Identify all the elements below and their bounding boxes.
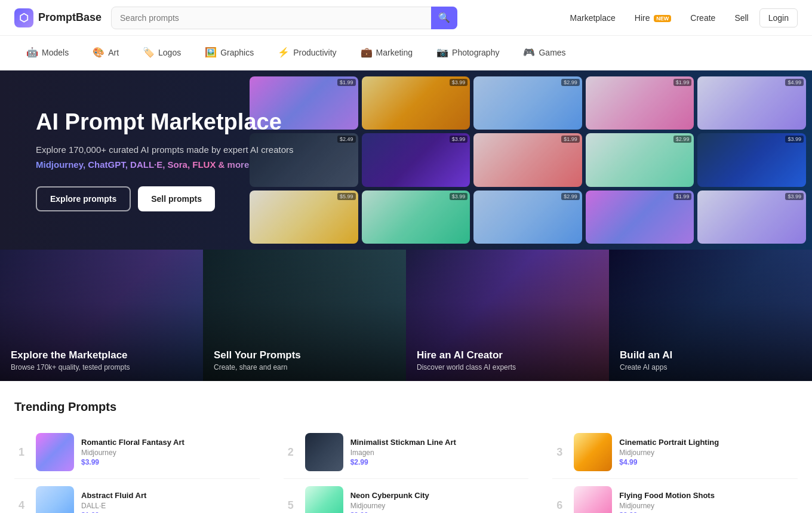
trending-item[interactable]: 2 Minimalist Stickman Line Art Imagen $2… (284, 426, 529, 479)
hero-subtitle: Explore 170,000+ curated AI prompts made… (36, 145, 294, 155)
feature-card-content-explore: Explore the Marketplace Browse 170k+ qua… (0, 340, 203, 381)
trend-thumb (305, 433, 343, 471)
hero-content: AI Prompt Marketplace Explore 170,000+ c… (0, 73, 330, 247)
feature-card-sub-explore: Browse 170k+ quality, tested prompts (11, 363, 192, 371)
trending-item[interactable]: 4 Abstract Fluid Art DALL·E $1.99 (14, 479, 260, 513)
hero-card: $1.99 (586, 76, 694, 130)
cat-art[interactable]: 🎨 Art (81, 36, 131, 70)
hero-title: AI Prompt Marketplace (36, 109, 294, 136)
feature-card-sub-hire: Discover world class AI experts (417, 363, 598, 371)
feature-card-sub-sell: Create, share and earn (214, 363, 395, 371)
hire-badge: new (654, 15, 671, 22)
trend-rank: 4 (14, 499, 29, 512)
feature-card-explore[interactable]: Explore the Marketplace Browse 170k+ qua… (0, 250, 203, 381)
cat-models[interactable]: 🤖 Models (14, 36, 81, 70)
trend-tool: Midjourney (350, 502, 529, 510)
graphics-icon: 🖼️ (205, 47, 217, 58)
trending-title: Trending Prompts (14, 400, 798, 414)
trend-info: Romantic Floral Fantasy Art Midjourney $… (81, 438, 260, 466)
art-icon: 🎨 (93, 47, 104, 58)
logo[interactable]: ⬡ PromptBase (14, 8, 102, 27)
hero-card: $3.99 (697, 133, 806, 186)
trend-thumb (574, 486, 612, 513)
nav-create[interactable]: Create (682, 8, 724, 27)
trend-info: Minimalist Stickman Line Art Imagen $2.9… (350, 438, 529, 466)
trending-item[interactable]: 3 Cinematic Portrait Lighting Midjourney… (552, 426, 798, 479)
feature-card-title-build: Build an AI (620, 349, 801, 361)
feature-card-sell[interactable]: Sell Your Prompts Create, share and earn (203, 250, 406, 381)
trend-price: $2.99 (350, 458, 529, 466)
trending-section: Trending Prompts 1 Romantic Floral Fanta… (0, 381, 812, 513)
photography-icon: 📷 (436, 47, 448, 58)
feature-card-title-sell: Sell Your Prompts (214, 349, 395, 361)
trend-info: Neon Cyberpunk City Midjourney $3.99 (350, 491, 529, 513)
cat-logos[interactable]: 🏷️ Logos (131, 36, 193, 70)
productivity-icon: ⚡ (278, 47, 290, 58)
hero-section: $1.99 $3.99 $2.99 $1.99 $4.99 $2.49 $3.9… (0, 70, 812, 250)
trend-tool: Midjourney (619, 449, 798, 457)
cat-graphics[interactable]: 🖼️ Graphics (193, 36, 266, 70)
trend-info: Abstract Fluid Art DALL·E $1.99 (81, 491, 260, 513)
trend-tool: DALL·E (81, 502, 260, 510)
trend-price: $4.99 (619, 458, 798, 466)
trend-thumb (36, 486, 74, 513)
trend-info: Flying Food Motion Shots Midjourney $2.9… (619, 491, 798, 513)
hero-card: $3.99 (362, 76, 470, 130)
trending-grid: 1 Romantic Floral Fantasy Art Midjourney… (14, 426, 798, 513)
trend-tool: Midjourney (619, 502, 798, 510)
cat-label-photography: Photography (452, 48, 499, 57)
cat-productivity[interactable]: ⚡ Productivity (266, 36, 348, 70)
hero-card: $2.99 (586, 133, 694, 186)
brand-name: PromptBase (38, 11, 102, 24)
cat-games[interactable]: 🎮 Games (511, 36, 577, 70)
search-input[interactable] (111, 7, 457, 29)
feature-card-hire[interactable]: Hire an AI Creator Discover world class … (406, 250, 609, 381)
trending-item[interactable]: 6 Flying Food Motion Shots Midjourney $2… (552, 479, 798, 513)
search-wrap: 🔍 (111, 7, 457, 29)
trend-title: Neon Cyberpunk City (350, 491, 529, 500)
trend-rank: 3 (552, 446, 567, 459)
cat-label-logos: Logos (158, 48, 181, 57)
nav-marketplace[interactable]: Marketplace (562, 8, 624, 27)
nav-login[interactable]: Login (759, 8, 798, 27)
models-icon: 🤖 (26, 47, 38, 58)
marketing-icon: 💼 (361, 47, 373, 58)
trend-title: Cinematic Portrait Lighting (619, 438, 798, 447)
cat-label-models: Models (42, 48, 69, 57)
sell-prompts-button[interactable]: Sell prompts (138, 186, 215, 211)
navbar: ⬡ PromptBase 🔍 Marketplace Hire new Crea… (0, 0, 812, 36)
trend-info: Cinematic Portrait Lighting Midjourney $… (619, 438, 798, 466)
cat-label-productivity: Productivity (293, 48, 336, 57)
trending-item[interactable]: 5 Neon Cyberpunk City Midjourney $3.99 (284, 479, 529, 513)
explore-prompts-button[interactable]: Explore prompts (36, 186, 131, 211)
categories-nav: 🤖 Models🎨 Art🏷️ Logos🖼️ Graphics⚡ Produc… (0, 36, 812, 70)
hero-card: $3.99 (362, 191, 470, 244)
cat-label-games: Games (539, 48, 565, 57)
trend-price: $3.99 (81, 458, 260, 466)
trend-rank: 6 (552, 499, 567, 512)
hero-card: $3.99 (697, 191, 806, 244)
hero-card: $1.99 (586, 191, 694, 244)
cat-photography[interactable]: 📷 Photography (425, 36, 511, 70)
trending-item[interactable]: 1 Romantic Floral Fantasy Art Midjourney… (14, 426, 260, 479)
feature-card-content-sell: Sell Your Prompts Create, share and earn (203, 340, 406, 381)
hero-card: $2.99 (473, 191, 582, 244)
trend-rank: 5 (284, 499, 298, 512)
feature-card-title-hire: Hire an AI Creator (417, 349, 598, 361)
nav-hire[interactable]: Hire new (626, 8, 680, 27)
trend-tool: Midjourney (81, 449, 260, 457)
trend-rank: 2 (284, 446, 298, 459)
cat-label-marketing: Marketing (376, 48, 413, 57)
cat-label-art: Art (108, 48, 119, 57)
hero-card: $4.99 (697, 76, 806, 130)
search-button[interactable]: 🔍 (431, 7, 457, 29)
trend-tool: Imagen (350, 449, 529, 457)
nav-sell[interactable]: Sell (726, 8, 756, 27)
trend-thumb (574, 433, 612, 471)
feature-card-build[interactable]: Build an AI Create AI apps (609, 250, 812, 381)
trend-title: Flying Food Motion Shots (619, 491, 798, 500)
feature-card-content-build: Build an AI Create AI apps (609, 340, 812, 381)
cat-label-graphics: Graphics (220, 48, 254, 57)
cat-marketing[interactable]: 💼 Marketing (349, 36, 425, 70)
trend-title: Abstract Fluid Art (81, 491, 260, 500)
